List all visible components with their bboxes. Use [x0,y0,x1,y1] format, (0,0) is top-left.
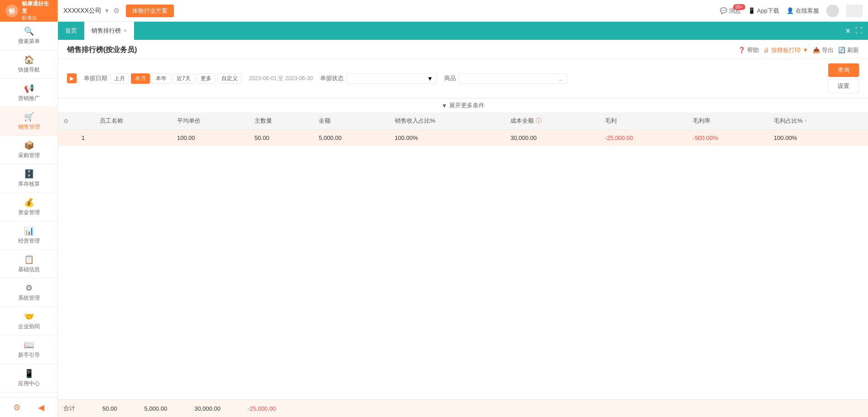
td-name [94,130,172,146]
table-footer: 合计 50.00 5,000.00 30,000.00 -25,000.00 [58,399,868,417]
refresh-button[interactable]: 🔄 刷新 [838,46,859,54]
sidebar-item-purchase[interactable]: 📦 采购管理 [0,136,58,164]
main-area: XXXXXX公司 ▼ ⚙ 体验行业方案 💬 消息 99+ 📱 App下载 👤 在… [58,0,868,417]
message-icon: 💬 [720,7,727,14]
tabbar: 首页 销售排行榜 × ✕ ⛶ [58,22,868,40]
sidebar-item-apps-label: 应用中心 [18,380,40,388]
footer-amount: 5,000.00 [144,405,168,412]
avatar[interactable] [826,5,839,17]
sidebar-item-sales[interactable]: 🛒 销售管理 [0,107,58,136]
filter-goods-label: 商品 [444,74,456,82]
footer-cost: 30,000.00 [194,405,221,412]
sidebar-item-operations[interactable]: 📊 经营管理 [0,221,58,250]
filter-expand-arrow[interactable]: ▶ [67,73,77,83]
logo-icon: 畅 [5,4,19,18]
topbar-gear-icon[interactable]: ⚙ [113,6,120,15]
tab-maximize-icon[interactable]: ⛶ [855,27,863,35]
sidebar-item-quick[interactable]: 🏠 快捷导航 [0,50,58,79]
footer-label: 合计 [63,404,75,412]
settings-bottom-icon[interactable]: ⚙ [13,403,20,412]
td-avg-price: 100.00 [172,130,249,146]
goods-select-dots[interactable]: … [557,75,563,82]
sales-icon: 🛒 [24,112,34,122]
sidebar-bottom: ⚙ ◀ [0,398,58,417]
tab-sales-ranking[interactable]: 销售排行榜 × [84,22,134,40]
sidebar-item-guide-label: 新手引导 [18,351,40,359]
sidebar-item-enterprise[interactable]: 🤝 企业协同 [0,307,58,336]
th-gross-pct: 毛利占比% ↑ [768,112,868,130]
date-btn-more[interactable]: 更多 [197,73,216,84]
print-arrow-icon: ▼ [802,47,808,53]
date-btn-this-year[interactable]: 本年 [152,73,171,84]
apps-icon: 📱 [24,369,34,379]
sidebar-item-search[interactable]: 🔍 搜索菜单 [0,22,58,50]
sidebar-item-basic[interactable]: 📋 基础信息 [0,250,58,278]
trial-button[interactable]: 体验行业方案 [126,5,174,17]
page-actions: ❓ 帮助 🖨 按模板打印 ▼ 📤 导出 🔄 刷新 [738,46,859,54]
export-icon: 📤 [813,47,820,53]
th-qty: 主数量 [249,112,313,130]
company-selector[interactable]: XXXXXX公司 ▼ [63,7,110,15]
query-button[interactable]: 查询 [828,63,859,77]
date-btn-custom[interactable]: 自定义 [217,73,242,84]
content: 销售排行榜(按业务员) ❓ 帮助 🖨 按模板打印 ▼ 📤 导出 🔄 刷新 [58,40,868,417]
table-header-row: ⚙ 员工名称 平均单价 主数量 全额 销售收入占比% 成本全额 ⓘ 毛利 毛利率 [58,112,868,130]
date-btn-last-month[interactable]: 上月 [110,73,129,84]
svg-text:畅: 畅 [9,7,15,14]
message-badge: 99+ [733,4,745,10]
expand-more-btn[interactable]: ▼ 展开更多条件 [58,98,868,112]
home-icon: 🏠 [24,55,34,65]
goods-select[interactable]: … [459,73,567,84]
tab-close-window-icon[interactable]: ✕ [845,27,851,35]
tab-right-icons: ✕ ⛶ [845,27,868,35]
settings-button[interactable]: 设置 [828,79,859,93]
help-icon: ❓ [738,47,745,53]
service-icon: 👤 [786,7,794,14]
online-service-button[interactable]: 👤 在线客服 [786,7,819,15]
th-settings[interactable]: ⚙ [58,112,76,130]
operations-icon: 📊 [24,226,34,236]
table-settings-icon[interactable]: ⚙ [63,118,69,125]
message-button[interactable]: 💬 消息 99+ [720,7,741,15]
sidebar-item-basic-label: 基础信息 [18,266,40,273]
sidebar-item-wechat[interactable]: 💬 企业微信 [0,393,58,398]
sidebar-item-marketing[interactable]: 📢 营销推广 [0,79,58,107]
sidebar-item-sales-label: 销售管理 [18,123,40,131]
print-button[interactable]: 🖨 按模板打印 ▼ [763,46,808,54]
tab-close-icon[interactable]: × [124,28,127,34]
export-button[interactable]: 📤 导出 [813,46,834,54]
help-button[interactable]: ❓ 帮助 [738,46,759,54]
status-select-arrow-icon: ▼ [427,75,433,82]
sidebar-nav: 🔍 搜索菜单 🏠 快捷导航 📢 营销推广 🛒 销售管理 📦 采购管理 🗄️ 库存… [0,22,58,398]
expand-more-icon: ▼ [441,102,447,109]
sidebar-item-inventory-label: 库存核算 [18,180,40,188]
sidebar-item-inventory[interactable]: 🗄️ 库存核算 [0,164,58,193]
footer-amount-group: 5,000.00 [144,405,168,412]
sidebar-item-guide[interactable]: 📖 新手引导 [0,336,58,364]
th-gross-rate: 毛利率 [687,112,768,130]
company-arrow-icon: ▼ [104,8,110,14]
date-btn-7days[interactable]: 近7天 [173,73,195,84]
tab-home[interactable]: 首页 [58,22,84,40]
sidebar-item-system[interactable]: ⚙ 系统管理 [0,278,58,307]
topbar-right: 💬 消息 99+ 📱 App下载 👤 在线客服 [720,5,863,17]
th-sales-pct: 销售收入占比% [389,112,505,130]
sidebar-logo: 畅 畅康通好生意 标准版 [0,0,58,22]
footer-cost-group: 30,000.00 [194,405,221,412]
sidebar-item-enterprise-label: 企业协同 [18,323,40,331]
sidebar-item-finance[interactable]: 💰 资金管理 [0,193,58,221]
finance-icon: 💰 [24,197,34,207]
sidebar-item-apps[interactable]: 📱 应用中心 [0,364,58,393]
status-select[interactable]: ▼ [346,73,437,84]
basic-icon: 📋 [24,254,34,264]
th-gross: 毛利 [599,112,687,130]
td-rank: 1 [76,130,94,146]
system-icon: ⚙ [25,283,33,293]
collapse-icon[interactable]: ◀ [38,403,44,412]
td-gross-rate: -500.00% [687,130,768,146]
date-btn-current-month[interactable]: 本月 [131,73,150,84]
refresh-icon: 🔄 [838,47,845,53]
app-download-button[interactable]: 📱 App下载 [748,7,779,15]
print-label: 按模板打印 [771,46,801,54]
user-menu[interactable] [846,5,863,17]
